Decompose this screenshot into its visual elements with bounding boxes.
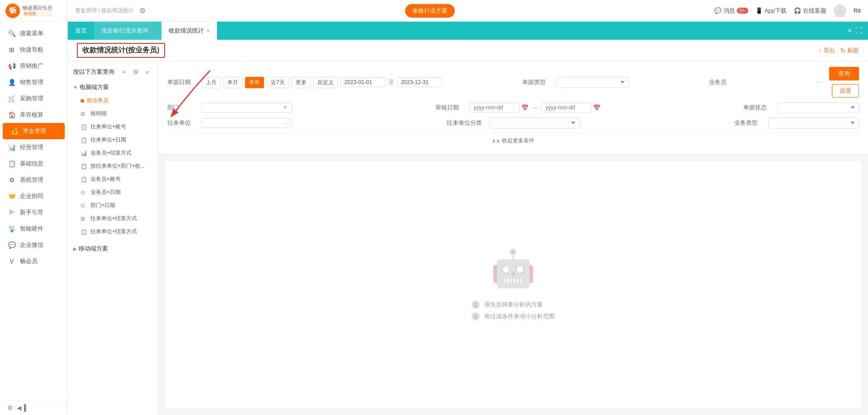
add-scheme-button[interactable]: + [119,67,129,77]
date-this-month[interactable]: 本月 [223,77,242,88]
tab-close-receipt[interactable]: × [207,28,210,34]
sidebar-item-hardware[interactable]: 📡 智能硬件 [0,221,67,237]
tab-home[interactable]: 首页 [68,22,94,40]
counterpart-dots-icon[interactable]: ··· [283,120,288,126]
scheme-item-partner-date[interactable]: 📋 往来单位+日期 [71,133,154,146]
date-more[interactable]: 更多 [292,77,311,88]
scheme-item-dept-date[interactable]: ⊙ 部门+日期 [71,199,154,212]
refresh-button[interactable]: ↻ 刷新 [840,47,859,55]
topbar-gear-icon[interactable]: ⚙ [139,6,146,15]
tab-expand-icon[interactable]: ⛶ [855,27,863,35]
tab-bank[interactable]: 现金银行流水查询 × [94,22,161,40]
service-icon: 🎧 [794,7,801,14]
date-label: 单据日期 [167,78,194,86]
settings-bottom-icon[interactable]: ⚙ [7,404,13,411]
scheme-item-partner-dept[interactable]: 📋 按往来单位+部门+收... [71,160,154,173]
scheme-setting-button[interactable]: ⚙ [131,67,141,77]
step1-number: 1 [472,301,480,309]
sidebar-item-inventory[interactable]: 🏠 库存核算 [0,107,67,123]
filter-row-3: 往来单位 ··· 往来单位分类 业务类型 [167,118,859,128]
scheme-item-partner-settlement2[interactable]: 📋 往来单位+结算方式 [71,225,154,238]
sidebar-item-operations[interactable]: 📊 经营管理 [0,139,67,156]
sidebar-item-basic[interactable]: 📋 基础信息 [0,156,67,172]
page-actions: ↑ 导出 ↻ 刷新 [819,47,859,55]
audit-date-group: 📅 — 📅 [470,103,600,113]
finance-icon: 💰 [10,127,19,135]
collapse-sidebar-icon[interactable]: ◀▐ [17,404,26,411]
query-button[interactable]: 查询 [829,67,859,80]
message-badge: 99+ [737,8,748,14]
sidebar-item-wechat[interactable]: 💬 企业微信 [0,237,67,253]
doc-type-select[interactable] [557,77,629,88]
filter-row-2: 部门 ▼ 审核日期 📅 — 📅 单据状态 [167,102,859,113]
app-download-button[interactable]: 📱 App下载 [755,7,787,15]
date-custom[interactable]: 自定义 [313,77,338,88]
set-button[interactable]: 设置 [832,84,859,98]
desktop-section-title[interactable]: ▼ 电脑端方案 [71,80,154,94]
scheme-section-desktop: ▼ 电脑端方案 按业务员 ⊞ 按明细 📋 往来单位+账号 📋 往来单 [68,80,158,238]
counterpart-type-label: 往来单位分类 [447,119,482,127]
tab-close-all-icon[interactable]: × [848,27,852,35]
sidebar-item-member[interactable]: V 畅会员 [0,253,67,269]
scheme-item-partner-settlement1[interactable]: ⊞ 往来单位+结算方式 [71,212,154,225]
partner-settlement2-icon: 📋 [80,229,88,235]
counterpart-label: 往来单位 [167,119,194,127]
salesperson-account-icon: 📋 [80,176,88,183]
sidebar-item-system[interactable]: ⚙ 系统管理 [0,172,67,188]
export-button[interactable]: ↑ 导出 [819,47,835,55]
tab-close-bank[interactable]: × [151,28,154,34]
sidebar-item-purchase[interactable]: 🛒 采购管理 [0,90,67,107]
doc-status-select[interactable] [778,102,859,113]
date-this-year[interactable]: 本年 [245,77,264,88]
scheme-item-detail[interactable]: ⊞ 按明细 [71,107,154,120]
page-title: 收款情况统计(按业务员) [82,46,160,54]
detail-icon: ⊞ [80,111,88,117]
tabbar-controls: × ⛶ [842,27,868,35]
scheme-item-by-salesperson[interactable]: 按业务员 [71,94,154,107]
sidebar-item-search[interactable]: 🔍 搜索菜单 [0,25,67,42]
message-button[interactable]: 💬 消息 99+ [714,7,748,15]
sidebar-item-nav[interactable]: ⊞ 快捷导航 [0,42,67,58]
salesperson-dots[interactable]: ··· [816,78,822,86]
partner-date-icon: 📋 [80,137,88,143]
counterpart-input[interactable] [206,120,283,126]
page-header: 收款情况统计(按业务员) ↑ 导出 ↻ 刷新 [68,40,868,61]
mobile-section-title[interactable]: ▶ 移动端方案 [71,242,154,255]
sidebar-item-sales[interactable]: 👤 销售管理 [0,74,67,90]
audit-from-input[interactable] [470,103,519,113]
filter-right-buttons: 查询 设置 [829,67,859,98]
date-last-month[interactable]: 上月 [202,77,221,88]
tab-receipt[interactable]: 收款情况统计 × [161,22,217,40]
counterpart-type-select[interactable] [489,118,580,128]
date-from-input[interactable] [340,77,386,87]
doc-type-label: 单据类型 [522,78,549,86]
service-button[interactable]: 🎧 在线客服 [794,7,826,15]
collapse-more-button[interactable]: ∧∧ 收起更多条件 [167,133,859,148]
audit-to-input[interactable] [542,103,591,113]
trial-button[interactable]: 体验行业方案 [405,4,455,18]
scheme-item-salesperson-date[interactable]: ⊙ 业务员+日期 [71,186,154,199]
sidebar-item-finance[interactable]: 💰 资金管理 [3,123,65,139]
purchase-icon: 🛒 [7,95,16,102]
step2-number: 2 [472,312,480,321]
doc-status-label: 单据状态 [743,104,770,112]
sidebar-item-guide[interactable]: 🏳 新手引导 [0,204,67,221]
audit-date-label: 审核日期 [435,104,462,112]
scheme-item-partner-account[interactable]: 📋 往来单位+账号 [71,120,154,133]
counterpart-input-wrap: ··· [202,118,292,128]
collapse-scheme-button[interactable]: « [142,67,152,77]
dept-input[interactable] [206,104,283,111]
sidebar-item-corp[interactable]: 🤝 企业协同 [0,188,67,204]
date-to-input[interactable] [397,77,442,87]
date-7-days[interactable]: 近7天 [267,77,289,88]
sidebar-item-marketing[interactable]: 📢 营销推广 [0,58,67,74]
desktop-section-arrow: ▼ [73,85,78,90]
biz-type-select[interactable] [769,118,859,128]
user-avatar[interactable] [834,5,846,17]
scheme-item-salesperson-settlement[interactable]: 📊 业务员+结算方式 [71,146,154,160]
search-icon: 🔍 [7,30,16,37]
dept-dropdown-icon[interactable]: ▼ [283,104,288,111]
scheme-item-salesperson-account[interactable]: 📋 业务员+账号 [71,173,154,186]
marketing-icon: 📢 [7,62,16,70]
partner-account-icon: 📋 [80,124,88,130]
